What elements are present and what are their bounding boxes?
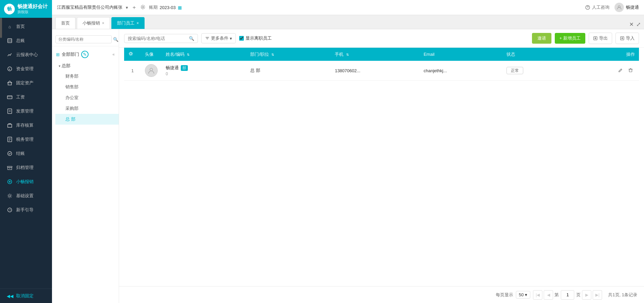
row-actions — [568, 61, 639, 81]
logo-text: 畅捷通好会计 旗舰版 — [17, 3, 48, 14]
dept-search: 🔍 — [52, 33, 119, 46]
tab-expense[interactable]: 小畅报销 × — [77, 17, 110, 29]
add-employee-button[interactable]: + 新增员工 — [555, 33, 585, 44]
col-email: Email — [420, 48, 502, 61]
last-page-btn[interactable]: ▶| — [593, 290, 602, 300]
xiaochang-icon — [7, 179, 13, 185]
employee-table-container: 头像 姓名/编码 ⇅ 部门/职位 ⇅ 手机 ⇅ — [119, 48, 644, 286]
delete-employee-btn[interactable] — [626, 67, 635, 74]
col-avatar: 头像 — [141, 48, 162, 61]
sort-name-icon: ⇅ — [187, 53, 190, 56]
row-email: chanjethkj... — [420, 61, 502, 81]
sidebar-footer-pin[interactable]: ◀◀ 取消固定 — [0, 289, 52, 303]
row-status: 正常 — [502, 61, 568, 81]
per-page-select[interactable]: 50 ▾ — [516, 291, 530, 299]
sidebar-item-capital[interactable]: ¥ 资金管理 — [0, 62, 52, 76]
table-header-row: 头像 姓名/编码 ⇅ 部门/职位 ⇅ 手机 ⇅ — [124, 48, 639, 61]
sidebar-item-closing[interactable]: 结账 — [0, 146, 52, 161]
prev-page-btn[interactable]: ◀ — [544, 290, 553, 300]
col-name-code[interactable]: 姓名/编码 ⇅ — [162, 48, 246, 61]
col-dept-position[interactable]: 部门/职位 ⇅ — [246, 48, 331, 61]
svg-point-23 — [9, 195, 11, 197]
row-name-code: 畅捷通 部 0 — [162, 61, 246, 81]
tab-close-all-btn[interactable]: ✕ — [629, 21, 634, 28]
capital-icon: ¥ — [7, 66, 13, 72]
topbar-settings-icon[interactable] — [140, 4, 146, 11]
page-number-input[interactable] — [561, 290, 574, 300]
sidebar-item-guide[interactable]: ? 新手引导 — [0, 203, 52, 217]
sidebar-item-payroll[interactable]: 工资 — [0, 90, 52, 104]
filter-more-btn[interactable]: 更多条件 ▾ — [201, 33, 236, 43]
sidebar-item-inventory[interactable]: 库存核算 — [0, 118, 52, 132]
sidebar-item-tax[interactable]: 税务管理 — [0, 132, 52, 146]
tab-employees[interactable]: 部门员工 × — [111, 17, 145, 29]
tabs-actions: ✕ ⤢ — [629, 21, 641, 29]
col-actions: 操作 — [568, 48, 639, 61]
sidebar-item-reports[interactable]: 云报表中心 — [0, 48, 52, 62]
dept-item-finance[interactable]: 财务部 — [55, 71, 119, 82]
svg-rect-0 — [8, 39, 12, 43]
svg-rect-5 — [8, 83, 11, 85]
user-profile[interactable]: 畅捷通 — [614, 3, 639, 12]
col-settings[interactable] — [124, 48, 141, 61]
col-status: 状态 — [502, 48, 568, 61]
resigned-checkbox-input[interactable] — [239, 36, 244, 41]
sidebar-item-assets[interactable]: 固定资产 — [0, 76, 52, 90]
next-page-btn[interactable]: ▶ — [582, 290, 591, 300]
topbar-right: 人工咨询 畅捷通 — [585, 3, 639, 12]
tab-close-employees[interactable]: × — [137, 21, 139, 25]
dept-panel: 🔍 ⊞ 全部部门 ✎ « ▾ 总部 财务部 销售部 — [52, 29, 119, 303]
add-company-icon[interactable]: ＋ — [131, 4, 137, 11]
sidebar-item-settings[interactable]: 基础设置 — [0, 189, 52, 203]
main-area: 江西服宝精品有限责任公司内账张 ▾ ＋ 账期 2023-03 ▦ 人工咨询 畅捷… — [52, 0, 644, 303]
first-page-btn[interactable]: |◀ — [533, 290, 542, 300]
sort-dept-icon: ⇅ — [271, 53, 274, 56]
export-button[interactable]: 导出 — [589, 33, 612, 44]
edit-employee-btn[interactable] — [616, 67, 625, 74]
invite-button[interactable]: 邀请 — [532, 33, 551, 44]
tab-close-expense[interactable]: × — [102, 21, 104, 25]
settings-icon — [7, 193, 13, 199]
support-button[interactable]: 人工咨询 — [585, 4, 609, 10]
search-icon[interactable]: 🔍 — [189, 36, 194, 41]
svg-rect-11 — [8, 124, 12, 127]
company-name: 江西服宝精品有限责任公司内账张 — [57, 4, 122, 10]
sidebar-item-invoice[interactable]: 发票管理 — [0, 104, 52, 118]
table-row: 1 畅捷通 部 0 — [124, 61, 639, 81]
sidebar-item-xiaochang[interactable]: 小畅报销 — [0, 175, 52, 189]
tab-expand-btn[interactable]: ⤢ — [636, 21, 641, 28]
calendar-icon[interactable]: ▦ — [178, 5, 182, 10]
right-panel: 🔍 更多条件 ▾ 显示离职员工 邀请 + 新增员工 导出 — [119, 29, 644, 303]
toolbar-search-box[interactable]: 🔍 — [124, 34, 198, 43]
dept-collapse-icon[interactable]: « — [112, 52, 115, 57]
company-dropdown-icon[interactable]: ▾ — [126, 5, 128, 10]
ledger-icon — [7, 38, 13, 44]
row-phone: 138070602... — [331, 61, 420, 81]
dept-edit-badge[interactable]: ✎ — [81, 51, 89, 58]
user-avatar — [614, 3, 624, 12]
dept-search-icon[interactable]: 🔍 — [113, 37, 118, 42]
dept-item-office[interactable]: 办公室 — [55, 92, 119, 103]
tax-icon — [7, 136, 13, 142]
sidebar-item-archive[interactable]: 归档管理 — [0, 161, 52, 175]
sidebar-item-home[interactable]: ⌂ 首页 — [0, 19, 52, 34]
content-area: 🔍 ⊞ 全部部门 ✎ « ▾ 总部 财务部 销售部 — [52, 29, 644, 303]
employee-search-input[interactable] — [128, 36, 187, 41]
sidebar-item-ledger[interactable]: 总账 — [0, 34, 52, 48]
dept-item-purchase[interactable]: 采购部 — [55, 103, 119, 114]
tab-home[interactable]: 首页 — [55, 17, 75, 29]
filter-chevron-icon: ▾ — [230, 36, 232, 41]
col-phone[interactable]: 手机 ⇅ — [331, 48, 420, 61]
pagination: 每页显示 50 ▾ |◀ ◀ 第 页 ▶ ▶| 共1页, 1条记录 — [119, 286, 644, 303]
dept-all-item[interactable]: ⊞ 全部部门 ✎ « — [52, 48, 119, 61]
dept-search-input[interactable] — [55, 35, 112, 43]
dept-item-sales[interactable]: 销售部 — [55, 82, 119, 92]
show-resigned-checkbox[interactable]: 显示离职员工 — [239, 35, 272, 41]
svg-point-26 — [142, 6, 144, 8]
employee-avatar — [145, 64, 158, 77]
dept-group-header[interactable]: ▾ 总部 — [55, 61, 119, 71]
guide-icon: ? — [7, 207, 13, 213]
import-button[interactable]: 导入 — [615, 33, 639, 44]
reports-icon — [7, 52, 13, 58]
dept-item-general[interactable]: 总 部 — [55, 114, 119, 125]
